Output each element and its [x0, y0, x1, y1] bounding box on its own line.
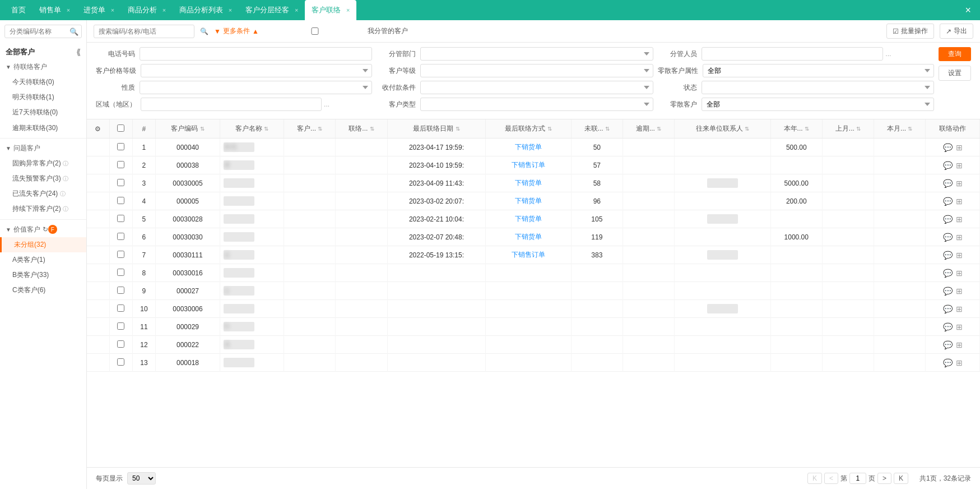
grid-icon[interactable]: ⊞ [956, 161, 963, 170]
last-date-col-header[interactable]: 最后联络日期 ⇅ [387, 119, 486, 139]
nav-customer-segment[interactable]: 客户分层经客 × [239, 0, 305, 20]
nav-product-list-close[interactable]: × [229, 7, 232, 13]
sidebar-item-class-c[interactable]: C类客户(6) [0, 283, 86, 298]
row-checkbox[interactable] [109, 210, 132, 228]
nav-product-analysis[interactable]: 商品分析 × [121, 0, 173, 20]
sidebar-group-problem[interactable]: ▼ 问题客户 [0, 141, 86, 156]
sidebar-item-lost[interactable]: 已流失客户(24) ⓘ [0, 186, 86, 201]
row-checkbox[interactable] [109, 300, 132, 318]
overdue-col-header[interactable]: 逾期... ⇅ [623, 119, 674, 139]
my-customers-checkbox[interactable] [264, 27, 365, 35]
filter-dept-select[interactable] [420, 47, 653, 61]
page-first-btn[interactable]: K [807, 473, 822, 484]
filter-person-more[interactable]: ... [885, 50, 891, 58]
filter-region-input[interactable] [141, 98, 322, 111]
row-check[interactable] [117, 322, 124, 330]
message-icon[interactable]: 💬 [943, 161, 953, 170]
sidebar-group-pending[interactable]: ▼ 待联络客户 [0, 59, 86, 75]
nav-sales-close[interactable]: × [67, 7, 70, 13]
grid-icon[interactable]: ⊞ [956, 143, 963, 152]
row-check[interactable] [117, 251, 124, 258]
nav-home[interactable]: 首页 [4, 0, 32, 20]
sidebar-item-overdue[interactable]: 逾期未联络(30) [0, 121, 86, 136]
sidebar-collapse-icon[interactable]: ⟪ [76, 48, 81, 57]
row-last-method[interactable]: 下销货单 [486, 228, 571, 246]
row-checkbox[interactable] [109, 156, 132, 174]
row-last-method[interactable] [486, 282, 571, 300]
page-next-btn[interactable]: > [877, 473, 891, 484]
row-check[interactable] [117, 358, 124, 366]
this-year-col-header[interactable]: 本年... ⇅ [770, 119, 822, 139]
last-method-col-header[interactable]: 最后联络方式 ⇅ [486, 119, 571, 139]
grid-icon[interactable]: ⊞ [956, 179, 963, 188]
sidebar-item-tomorrow[interactable]: 明天待联络(1) [0, 90, 86, 105]
row-checkbox[interactable] [109, 354, 132, 372]
row-last-method[interactable]: 下销售订单 [486, 246, 571, 264]
sidebar-item-decline[interactable]: 持续下滑客户(2) ⓘ [0, 201, 86, 216]
row-last-method[interactable]: 下销售订单 [486, 156, 571, 174]
reset-button[interactable]: 设置 [939, 66, 971, 81]
contact-col-header[interactable]: 联络... ⇅ [336, 119, 387, 139]
sidebar-item-today[interactable]: 今天待联络(0) [0, 75, 86, 90]
grid-icon[interactable]: ⊞ [956, 251, 963, 260]
page-size-select[interactable]: 50 100 200 [127, 472, 156, 485]
row-last-method[interactable] [486, 354, 571, 372]
nav-purchase[interactable]: 进货单 × [77, 0, 121, 20]
row-last-method[interactable]: 下销货单 [486, 139, 571, 156]
row-checkbox[interactable] [109, 318, 132, 336]
type-col-header[interactable]: 客户... ⇅ [284, 119, 336, 139]
settings-col-header[interactable]: ⚙ [87, 119, 109, 139]
row-last-method[interactable]: 下销货单 [486, 210, 571, 228]
page-prev-btn[interactable]: < [824, 473, 838, 484]
row-checkbox[interactable] [109, 192, 132, 210]
no-contact-col-header[interactable]: 未联... ⇅ [571, 119, 623, 139]
filter-phone-input[interactable] [140, 47, 372, 61]
nav-product-list[interactable]: 商品分析列表 × [173, 0, 239, 20]
sidebar-item-ungroup[interactable]: 未分组(32) [0, 237, 86, 252]
code-col-header[interactable]: 客户编码 ⇅ [156, 119, 220, 139]
query-button[interactable]: 查询 [939, 47, 971, 61]
grid-icon[interactable]: ⊞ [956, 233, 963, 242]
nav-product-analysis-close[interactable]: × [162, 7, 166, 13]
row-last-method[interactable] [486, 318, 571, 336]
nav-customer-contact-close[interactable]: × [346, 7, 350, 13]
grid-icon[interactable]: ⊞ [956, 305, 963, 313]
message-icon[interactable]: 💬 [943, 233, 953, 242]
sidebar-item-class-a[interactable]: A类客户(1) [0, 252, 86, 267]
page-last-btn[interactable]: K [894, 473, 908, 484]
sidebar-item-abnormal[interactable]: 固购异常客户(2) ⓘ [0, 156, 86, 171]
export-button[interactable]: ↗ 导出 [940, 24, 973, 39]
row-check[interactable] [117, 197, 124, 204]
row-check[interactable] [117, 269, 124, 276]
message-icon[interactable]: 💬 [943, 197, 953, 206]
row-checkbox[interactable] [109, 228, 132, 246]
partner-col-header[interactable]: 往来单位联系人 ⇅ [675, 119, 770, 139]
filter-payment-select[interactable] [420, 81, 653, 94]
message-icon[interactable]: 💬 [943, 143, 953, 152]
sidebar-item-class-b[interactable]: B类客户(33) [0, 267, 86, 283]
filter-status-select[interactable] [702, 81, 934, 94]
message-icon[interactable]: 💬 [943, 179, 953, 188]
message-icon[interactable]: 💬 [943, 305, 953, 313]
last-month-col-header[interactable]: 上月... ⇅ [822, 119, 874, 139]
grid-icon[interactable]: ⊞ [956, 287, 963, 296]
grid-icon[interactable]: ⊞ [956, 340, 963, 349]
row-check[interactable] [117, 340, 124, 348]
my-customers-checkbox-label[interactable]: 我分管的客户 [264, 26, 408, 36]
row-check[interactable] [117, 143, 124, 150]
grid-icon[interactable]: ⊞ [956, 215, 963, 224]
filter-price-grade-select[interactable] [141, 64, 372, 77]
grid-icon[interactable]: ⊞ [956, 322, 963, 331]
sidebar-item-7days[interactable]: 近7天待联络(0) [0, 105, 86, 120]
message-icon[interactable]: 💬 [943, 340, 953, 349]
row-last-method[interactable]: 下销货单 [486, 174, 571, 192]
row-check[interactable] [117, 179, 124, 186]
nav-customer-contact[interactable]: 客户联络 × [305, 0, 356, 20]
row-check[interactable] [117, 287, 124, 294]
this-month-col-header[interactable]: 本月... ⇅ [874, 119, 926, 139]
row-last-method[interactable] [486, 336, 571, 354]
batch-ops-button[interactable]: ☑ 批量操作 [886, 24, 934, 39]
search-icon[interactable]: 🔍 [200, 27, 208, 35]
grid-icon[interactable]: ⊞ [956, 358, 963, 367]
sidebar-group-value[interactable]: ▼ 价值客户 ↻ F [0, 222, 86, 237]
